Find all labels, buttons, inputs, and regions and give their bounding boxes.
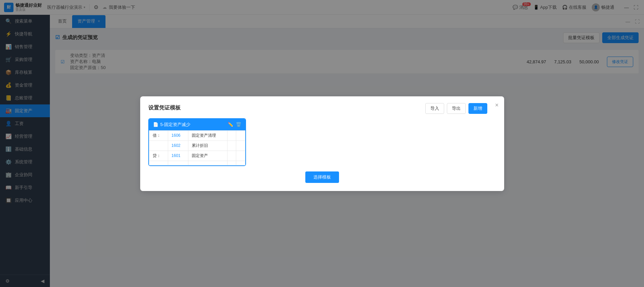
entry-code-2: 1601 [168,151,188,161]
entry-type-0: 借： [149,130,168,140]
entry-type-2: 贷： [149,151,168,161]
entry-credit-0 [236,130,245,140]
template-card-header: 📄 5-固定资产减少 ✏️ 🗑️ [149,119,245,130]
entry-code-1: 1602 [168,140,188,151]
modal-dialog: 设置凭证模板 × 导入 导出 新增 📄 5-固定资产减少 ✏️ 🗑️ [140,96,504,191]
template-entry-empty [149,161,245,165]
entry-name-0: 固定资产清理 [188,130,227,140]
template-entry-row: 1602 累计折旧 [149,140,245,151]
template-card-body: 借： 1606 固定资产清理 1602 累计折旧 [149,130,245,165]
template-delete-icon[interactable]: 🗑️ [236,122,241,127]
entry-code-0: 1606 [168,130,188,140]
select-template-button[interactable]: 选择模板 [305,171,339,183]
template-doc-icon: 📄 [153,122,158,127]
entry-debit-1 [227,140,236,151]
import-button[interactable]: 导入 [425,103,444,114]
entry-type-1 [149,140,168,151]
entry-credit-1 [236,140,245,151]
template-entry-row: 贷： 1601 固定资产 [149,151,245,161]
modal-toolbar: 导入 导出 新增 [425,103,487,114]
entry-debit-2 [227,151,236,161]
modal-overlay: 设置凭证模板 × 导入 导出 新增 📄 5-固定资产减少 ✏️ 🗑️ [0,0,644,287]
template-card: 📄 5-固定资产减少 ✏️ 🗑️ 借： 1606 固定资产清理 [148,118,246,166]
template-entries-table: 借： 1606 固定资产清理 1602 累计折旧 [149,130,245,165]
entry-debit-0 [227,130,236,140]
select-btn-area: 选择模板 [148,171,496,183]
new-button[interactable]: 新增 [468,103,487,114]
entry-credit-2 [236,151,245,161]
template-edit-icon[interactable]: ✏️ [228,122,233,127]
template-entry-row: 借： 1606 固定资产清理 [149,130,245,140]
entry-name-1: 累计折旧 [188,140,227,151]
template-header-label: 5-固定资产减少 [160,122,191,128]
modal-close-button[interactable]: × [495,102,499,109]
export-button[interactable]: 导出 [447,103,466,114]
entry-name-2: 固定资产 [188,151,227,161]
